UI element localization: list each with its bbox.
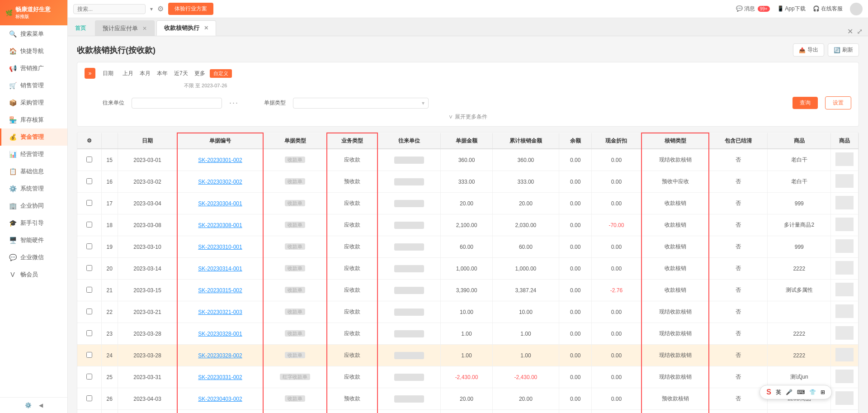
sidebar-item-search[interactable]: 🔍搜索菜单 [0, 25, 67, 43]
table-row[interactable]: 15 2023-03-01 SK-20230301-002 收款单 应收款 36… [77, 149, 859, 171]
tab-collection-close[interactable]: ✕ [204, 25, 208, 31]
bill-no-link[interactable]: SK-20230321-003 [198, 309, 242, 315]
col-balance[interactable]: 余额 [559, 133, 592, 149]
cell-bill-no[interactable]: SK-20230321-003 [177, 301, 263, 323]
table-row[interactable]: 19 2023-03-10 SK-20230310-001 收款单 应收款 60… [77, 236, 859, 258]
tab-payable[interactable]: 预计应应付单 ✕ [95, 20, 155, 36]
cell-checkbox[interactable] [77, 410, 101, 413]
sidebar-item-hardware[interactable]: 🖥️智能硬件 [0, 232, 67, 249]
cell-bill-no[interactable]: SK-20230328-001 [177, 323, 263, 345]
sidebar-item-basic[interactable]: 📋基础信息 [0, 163, 67, 180]
partner-input[interactable] [132, 98, 222, 109]
cell-checkbox[interactable] [77, 171, 101, 193]
gear-icon[interactable]: ⚙ [157, 5, 164, 13]
cell-bill-no[interactable]: SK-20230301-002 [177, 149, 263, 171]
cell-checkbox[interactable] [77, 214, 101, 236]
cell-bill-no[interactable]: SK-20230310-001 [177, 236, 263, 258]
table-row[interactable]: 16 2023-03-02 SK-20230302-002 收款单 预收款 33… [77, 171, 859, 193]
settings-icon[interactable]: ⚙️ [25, 402, 32, 408]
export-button[interactable]: 📤 导出 [793, 43, 824, 57]
tab-payable-close[interactable]: ✕ [142, 25, 147, 32]
col-biz-type[interactable]: 业务类型 [327, 133, 377, 149]
expand-more-button[interactable]: ∨ 展开更多条件 [85, 113, 851, 121]
cell-checkbox[interactable] [77, 301, 101, 323]
sidebar-item-purchase[interactable]: 📦采购管理 [0, 94, 67, 111]
table-row[interactable]: 18 2023-03-08 SK-20230308-001 收款单 应收款 2,… [77, 214, 859, 236]
bill-no-link[interactable]: SK-20230403-002 [198, 396, 242, 402]
col-gear[interactable]: ⚙ [77, 133, 101, 149]
table-row[interactable]: 17 2023-03-04 SK-20230304-001 收款单 应收款 20… [77, 193, 859, 214]
bill-no-link[interactable]: SK-20230331-002 [198, 374, 242, 380]
col-goods2[interactable]: 商品 [831, 133, 859, 149]
sidebar-item-quicknav[interactable]: 🏠快捷导航 [0, 43, 67, 60]
bill-no-link[interactable]: SK-20230328-001 [198, 331, 242, 337]
cell-checkbox[interactable] [77, 280, 101, 301]
sidebar-item-guide[interactable]: 🎓新手引导 [0, 214, 67, 232]
date-more[interactable]: 更多 [193, 69, 207, 78]
ime-shirt-icon[interactable]: 👕 [809, 389, 816, 395]
bill-no-link[interactable]: SK-20230314-001 [198, 266, 242, 272]
col-partner[interactable]: 往来单位 [377, 133, 441, 149]
collapse-icon[interactable]: ◀ [39, 402, 43, 408]
bill-no-link[interactable]: SK-20230304-001 [198, 200, 242, 207]
industry-solution-button[interactable]: 体验行业方案 [168, 3, 213, 15]
search-input[interactable] [73, 4, 146, 14]
online-service-link[interactable]: 🎧 在线客服 [813, 5, 843, 13]
date-this-month[interactable]: 本月 [138, 69, 152, 78]
sidebar-item-system[interactable]: ⚙️系统管理 [0, 180, 67, 197]
ime-keyboard-icon[interactable]: ⌨ [797, 389, 805, 395]
cell-checkbox[interactable] [77, 323, 101, 345]
cell-bill-no[interactable]: SK-20230408-001 [177, 410, 263, 413]
app-download-link[interactable]: 📱 App下载 [777, 5, 806, 13]
cell-bill-no[interactable]: SK-20230328-002 [177, 345, 263, 366]
maximize-icon[interactable]: ⤢ [857, 27, 863, 36]
sidebar-item-finance[interactable]: 💰资金管理 [0, 128, 67, 146]
date-custom-button[interactable]: 自定义 [210, 69, 232, 78]
bill-type-select[interactable]: ▾ [293, 98, 429, 109]
tab-home[interactable]: 首页 [68, 20, 93, 36]
user-avatar[interactable] [850, 3, 863, 15]
date-last-7-days[interactable]: 近7天 [172, 69, 190, 78]
tab-collection[interactable]: 收款核销执行 ✕ [156, 20, 216, 36]
settings-button[interactable]: 设置 [825, 96, 851, 109]
sidebar-item-vip[interactable]: V畅会员 [0, 266, 67, 283]
bill-no-link[interactable]: SK-20230315-002 [198, 287, 242, 294]
table-row[interactable]: 27 2023-04-08 SK-20230408-001 收款单 应收款 10… [77, 410, 859, 413]
table-row[interactable]: 21 2023-03-15 SK-20230315-002 收款单 应收款 3,… [77, 280, 859, 301]
query-button[interactable]: 查询 [793, 97, 818, 109]
cell-bill-no[interactable]: SK-20230315-002 [177, 280, 263, 301]
bill-no-link[interactable]: SK-20230301-002 [198, 157, 242, 163]
cell-checkbox[interactable] [77, 149, 101, 171]
bill-no-link[interactable]: SK-20230328-002 [198, 352, 242, 359]
refresh-button[interactable]: 🔄 刷新 [828, 43, 859, 57]
table-row[interactable]: 22 2023-03-21 SK-20230321-003 收款单 应收款 10… [77, 301, 859, 323]
cell-checkbox[interactable] [77, 388, 101, 410]
ime-mic-icon[interactable]: 🎤 [786, 389, 793, 395]
cell-checkbox[interactable] [77, 366, 101, 388]
cell-bill-no[interactable]: SK-20230314-001 [177, 258, 263, 280]
col-verify-type[interactable]: 核销类型 [642, 133, 709, 149]
date-last-month[interactable]: 上月 [121, 69, 135, 78]
col-verified[interactable]: 累计核销金额 [492, 133, 559, 149]
sidebar-item-corp[interactable]: 🏢企业协同 [0, 197, 67, 214]
col-discount[interactable]: 现金折扣 [591, 133, 642, 149]
table-row[interactable]: 24 2023-03-28 SK-20230328-002 收款单 应收款 1.… [77, 345, 859, 366]
table-row[interactable]: 25 2023-03-31 SK-20230331-002 红字收款单 应收款 … [77, 366, 859, 388]
cell-bill-no[interactable]: SK-20230308-001 [177, 214, 263, 236]
cell-bill-no[interactable]: SK-20230304-001 [177, 193, 263, 214]
close-window-icon[interactable]: ✕ [847, 27, 853, 36]
sidebar-item-sales[interactable]: 🛒销售管理 [0, 77, 67, 94]
cell-bill-no[interactable]: SK-20230331-002 [177, 366, 263, 388]
messages-link[interactable]: 💬 消息 99+ [736, 5, 770, 13]
col-goods1[interactable]: 商品 [768, 133, 831, 149]
bill-no-link[interactable]: SK-20230302-002 [198, 179, 242, 185]
ime-grid-icon[interactable]: ⊞ [821, 389, 825, 395]
date-this-year[interactable]: 本年 [155, 69, 170, 78]
bill-no-link[interactable]: SK-20230310-001 [198, 244, 242, 250]
cell-checkbox[interactable] [77, 193, 101, 214]
cell-checkbox[interactable] [77, 258, 101, 280]
filter-toggle-button[interactable]: » [85, 68, 95, 79]
cell-checkbox[interactable] [77, 345, 101, 366]
table-row[interactable]: 23 2023-03-28 SK-20230328-001 收款单 应收款 1.… [77, 323, 859, 345]
sidebar-item-operations[interactable]: 📊经营管理 [0, 146, 67, 163]
